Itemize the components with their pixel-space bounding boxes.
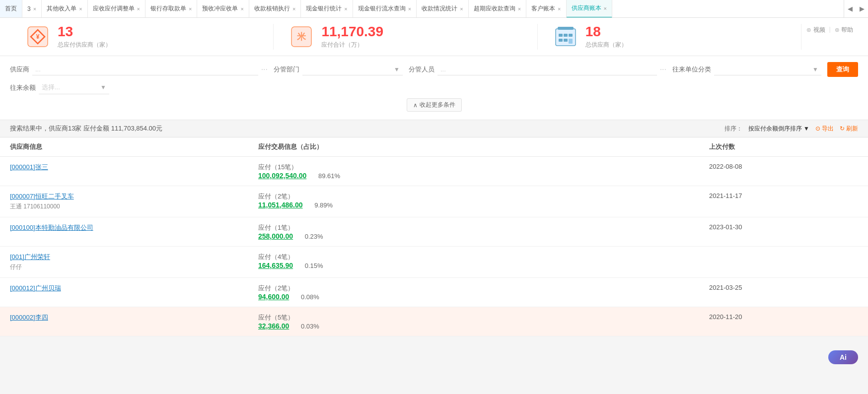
person-dots-btn[interactable]: ··· — [660, 65, 666, 74]
nav-tab-other-income[interactable]: 其他收入单 × — [42, 0, 87, 18]
results-summary-text: 搜索结果中，供应商13家 应付金额 111,703,854.00元 — [10, 124, 162, 133]
tx-amount-3[interactable]: 258,000.00 — [258, 232, 293, 240]
category-select[interactable]: ▼ — [714, 64, 821, 75]
nav-tab-bank-deposit[interactable]: 银行存取款单 × — [145, 0, 197, 18]
supplier-link-3[interactable]: [000100]本特勤油品有限公司 — [10, 223, 258, 232]
help-links: ⊙ 视频 | ⊙ 帮助 — [801, 24, 858, 50]
supplier-label: 供应商 — [10, 65, 29, 74]
sort-dropdown-icon: ▼ — [803, 125, 809, 132]
supplier-filter: 供应商 ··· — [10, 64, 268, 75]
dept-label: 分管部门 — [274, 65, 299, 74]
total-suppliers-value: 18 — [585, 24, 627, 40]
tx-label-3: 应付（1笔） — [258, 223, 709, 232]
supplier-link-5[interactable]: [000012]广州贝瑞 — [10, 284, 258, 293]
payable-total-value: 11,170.39 — [321, 24, 383, 40]
close-icon[interactable]: × — [79, 6, 82, 12]
nav-tab-overdue-ar[interactable]: 超期应收款查询 × — [469, 0, 526, 18]
close-icon[interactable]: × — [604, 5, 607, 11]
help-link[interactable]: ⊙ 帮助 — [835, 26, 853, 34]
payable-suppliers-value: 13 — [58, 24, 111, 40]
supplier-input[interactable] — [32, 64, 258, 75]
nav-tab-customer-ledger[interactable]: 客户账本 × — [526, 0, 566, 18]
collapse-button[interactable]: ∧ 收起更多条件 — [407, 98, 462, 112]
supplier-link-6[interactable]: [000002]李四 — [10, 313, 258, 322]
total-suppliers-label: 总供应商（家） — [585, 41, 627, 49]
nav-tab-prepay-offset[interactable]: 预收冲应收单 × — [197, 0, 249, 18]
svg-rect-12 — [569, 39, 573, 44]
nav-tab-cash-bank-stat[interactable]: 现金银行统计 × — [301, 0, 353, 18]
supplier-link-2[interactable]: [000007]恒旺二手叉车 — [10, 192, 258, 201]
supplier-link-4[interactable]: [001]广州荣轩 — [10, 253, 258, 262]
nav-tab-ar-ap-adjust[interactable]: 应收应付调整单 × — [88, 0, 145, 18]
export-icon: ⊙ — [815, 125, 820, 132]
svg-rect-6 — [558, 27, 574, 30]
close-icon[interactable]: × — [460, 6, 463, 12]
sort-value-btn[interactable]: 按应付余额倒序排序 ▼ — [748, 125, 809, 133]
tx-cell-5: 应付（2笔） 94,600.00 0.08% — [258, 284, 709, 301]
balance-label: 往来余额 — [10, 83, 36, 92]
payable-total-label: 应付合计（万） — [321, 41, 383, 49]
close-icon[interactable]: × — [292, 6, 295, 12]
tx-percent-4: 0.15% — [305, 262, 323, 269]
refresh-icon: ↻ — [840, 125, 845, 132]
supplier-cell-6: [000002]李四 — [10, 313, 258, 322]
supplier-dots-btn[interactable]: ··· — [261, 65, 268, 74]
dept-select[interactable]: ▼ — [302, 64, 403, 75]
tx-amount-5[interactable]: 94,600.00 — [258, 293, 289, 301]
nav-tab-home[interactable]: 首页 — [0, 0, 22, 18]
tx-amount-6[interactable]: 32,366.00 — [258, 322, 289, 330]
tx-cell-6: 应付（5笔） 32,366.00 0.03% — [258, 313, 709, 330]
supplier-link-1[interactable]: [000001]张三 — [10, 163, 258, 172]
supplier-cell-4: [001]广州荣轩 仔仔 — [10, 253, 258, 271]
tx-amount-2[interactable]: 11,051,486.00 — [258, 201, 303, 209]
close-icon[interactable]: × — [189, 6, 192, 12]
last-pay-cell-3: 2023-01-30 — [709, 223, 858, 231]
supplier-cell-3: [000100]本特勤油品有限公司 — [10, 223, 258, 232]
svg-rect-7 — [559, 34, 563, 37]
refresh-button[interactable]: ↻ 刷新 — [840, 125, 858, 133]
supplier-sub-4: 仔仔 — [10, 263, 258, 271]
nav-tab-cash-bank-flow[interactable]: 现金银行流水查询 × — [353, 0, 417, 18]
search-button[interactable]: 查询 — [827, 62, 858, 77]
close-icon[interactable]: × — [558, 6, 561, 12]
close-icon[interactable]: × — [33, 6, 36, 12]
supplier-table: 供应商信息 应付交易信息（占比） 上次付数 [000001]张三 应付（15笔）… — [0, 137, 868, 336]
svg-rect-11 — [564, 39, 568, 42]
tx-amount-4[interactable]: 164,635.90 — [258, 262, 293, 269]
tx-amount-1[interactable]: 100,092,540.00 — [258, 172, 306, 180]
table-row: [000012]广州贝瑞 应付（2笔） 94,600.00 0.08% 2021… — [0, 278, 868, 307]
person-input[interactable] — [437, 64, 657, 75]
tx-label-1: 应付（15笔） — [258, 163, 709, 172]
col-header-tx: 应付交易信息（占比） — [258, 142, 709, 151]
supplier-cell-5: [000012]广州贝瑞 — [10, 284, 258, 293]
payable-total-icon: 米 — [289, 24, 314, 50]
table-header: 供应商信息 应付交易信息（占比） 上次付数 — [0, 137, 868, 157]
balance-filter: 往来余额 选择... ▼ — [10, 81, 109, 94]
close-icon[interactable]: × — [344, 6, 347, 12]
chevron-up-icon: ∧ — [413, 102, 418, 109]
export-button[interactable]: ⊙ 导出 — [815, 125, 834, 133]
nav-tab-payment-verify[interactable]: 收款核销执行 × — [249, 0, 301, 18]
tx-label-2: 应付（2笔） — [258, 192, 709, 201]
total-suppliers-info: 18 总供应商（家） — [585, 24, 627, 50]
nav-tab-3[interactable]: 3 × — [22, 0, 42, 18]
table-row: [001]广州荣轩 仔仔 应付（4笔） 164,635.90 0.15% — [0, 247, 868, 278]
balance-select[interactable]: 选择... ▼ — [39, 81, 109, 94]
svg-rect-10 — [559, 39, 563, 42]
results-actions: 排序： 按应付余额倒序排序 ▼ ⊙ 导出 ↻ 刷新 — [724, 125, 858, 133]
tx-label-5: 应付（2笔） — [258, 284, 709, 293]
ai-button[interactable]: Ai — [828, 350, 858, 364]
close-icon[interactable]: × — [137, 6, 140, 12]
person-label: 分管人员 — [409, 65, 434, 74]
close-icon[interactable]: × — [240, 6, 243, 12]
video-link[interactable]: ⊙ 视频 — [806, 26, 825, 34]
filter-row-2: 往来余额 选择... ▼ — [10, 81, 858, 94]
nav-tab-supplier-ledger[interactable]: 供应商账本 × — [567, 0, 612, 18]
close-icon[interactable]: × — [518, 6, 521, 12]
supplier-sub-2: 王通 17106110000 — [10, 202, 258, 211]
nav-next-button[interactable]: ▶ — [856, 0, 868, 18]
nav-tab-collection-stat[interactable]: 收款情况统计 × — [417, 0, 468, 18]
close-icon[interactable]: × — [408, 6, 411, 12]
nav-prev-button[interactable]: ◀ — [844, 0, 856, 18]
svg-text:¥: ¥ — [36, 33, 40, 40]
